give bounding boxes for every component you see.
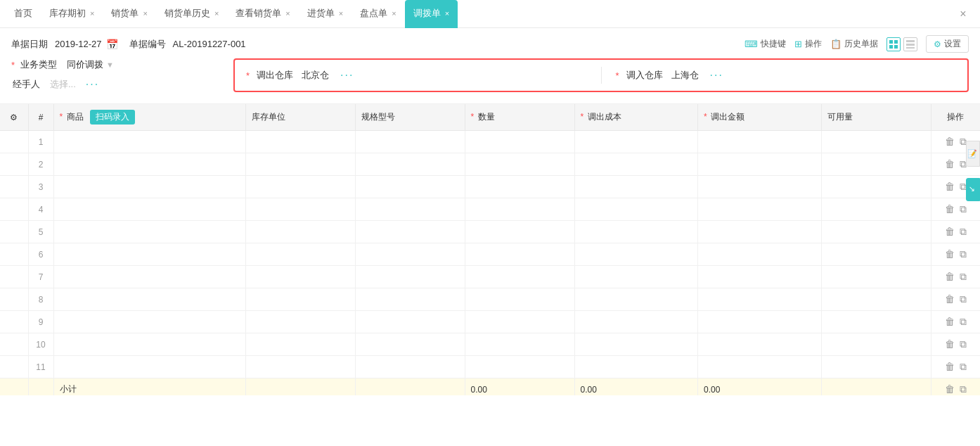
td-avail-4[interactable] [821, 198, 931, 221]
td-unit-1[interactable] [245, 131, 355, 153]
tab-sales-history[interactable]: 销货单历史 × [156, 0, 227, 28]
td-unit-5[interactable] [245, 221, 355, 243]
delete-icon-6[interactable]: 🗑 [945, 248, 955, 260]
td-amount-7[interactable] [698, 266, 822, 288]
td-qty-7[interactable] [465, 266, 574, 288]
person-select[interactable]: 选择... [50, 78, 76, 91]
td-avail-8[interactable] [821, 288, 931, 311]
delete-icon-7[interactable]: 🗑 [945, 271, 955, 282]
td-amount-6[interactable] [698, 243, 822, 266]
td-unit-11[interactable] [245, 356, 355, 378]
td-avail-1[interactable] [821, 131, 931, 153]
td-product-7[interactable] [53, 266, 245, 288]
td-unit-4[interactable] [245, 198, 355, 221]
delete-icon-5[interactable]: 🗑 [945, 226, 955, 237]
td-product-5[interactable] [53, 221, 245, 243]
td-product-9[interactable] [53, 311, 245, 333]
td-cost-5[interactable] [574, 221, 698, 243]
delete-icon-4[interactable]: 🗑 [945, 203, 955, 215]
td-product-11[interactable] [53, 356, 245, 378]
td-amount-2[interactable] [698, 153, 822, 176]
layout-icon-1[interactable] [886, 37, 901, 51]
td-avail-3[interactable] [821, 176, 931, 198]
td-unit-9[interactable] [245, 311, 355, 333]
tab-sales-order-close[interactable]: × [143, 9, 147, 18]
history-btn[interactable]: 📋 历史单据 [830, 38, 878, 50]
td-cost-10[interactable] [574, 333, 698, 356]
td-spec-8[interactable] [355, 288, 465, 311]
td-spec-10[interactable] [355, 333, 465, 356]
business-type-select[interactable]: 同价调拨 ▼ [61, 58, 146, 71]
delete-icon-8[interactable]: 🗑 [945, 293, 955, 305]
td-amount-3[interactable] [698, 176, 822, 198]
td-amount-5[interactable] [698, 221, 822, 243]
tab-transfer[interactable]: 调拨单 × [405, 0, 458, 28]
td-cost-11[interactable] [574, 356, 698, 378]
th-settings[interactable]: ⚙ [0, 104, 28, 131]
side-expand-btn[interactable]: ↗ [966, 178, 980, 201]
tab-inventory[interactable]: 盘点单 × [352, 0, 404, 28]
tab-purchase[interactable]: 进货单 × [299, 0, 352, 28]
td-qty-8[interactable] [465, 288, 574, 311]
td-amount-9[interactable] [698, 311, 822, 333]
td-product-1[interactable] [53, 131, 245, 153]
td-cost-3[interactable] [574, 176, 698, 198]
td-cost-8[interactable] [574, 288, 698, 311]
td-qty-3[interactable] [465, 176, 574, 198]
td-spec-6[interactable] [355, 243, 465, 266]
layout-icon-2[interactable] [903, 37, 917, 51]
td-amount-1[interactable] [698, 131, 822, 153]
subtotal-delete-icon[interactable]: 🗑 [945, 383, 955, 395]
td-qty-2[interactable] [465, 153, 574, 176]
tab-stock-init-close[interactable]: × [90, 9, 94, 18]
td-qty-4[interactable] [465, 198, 574, 221]
td-spec-1[interactable] [355, 131, 465, 153]
td-unit-3[interactable] [245, 176, 355, 198]
td-spec-4[interactable] [355, 198, 465, 221]
tab-sales-order[interactable]: 销货单 × [103, 0, 155, 28]
td-unit-8[interactable] [245, 288, 355, 311]
td-unit-6[interactable] [245, 243, 355, 266]
out-warehouse-more[interactable]: ··· [340, 69, 354, 82]
calendar-icon[interactable]: 📅 [106, 39, 118, 50]
td-cost-1[interactable] [574, 131, 698, 153]
out-warehouse-value[interactable]: 北京仓 [302, 69, 329, 82]
td-qty-9[interactable] [465, 311, 574, 333]
td-cost-6[interactable] [574, 243, 698, 266]
td-cost-4[interactable] [574, 198, 698, 221]
td-avail-7[interactable] [821, 266, 931, 288]
operation-btn[interactable]: ⊞ 操作 [794, 38, 822, 50]
tab-inventory-close[interactable]: × [392, 9, 396, 18]
td-cost-7[interactable] [574, 266, 698, 288]
td-product-8[interactable] [53, 288, 245, 311]
delete-icon-2[interactable]: 🗑 [945, 158, 955, 170]
tab-sales-history-close[interactable]: × [214, 9, 219, 18]
td-spec-5[interactable] [355, 221, 465, 243]
tab-view-sales-close[interactable]: × [285, 9, 290, 18]
delete-icon-11[interactable]: 🗑 [945, 361, 955, 372]
delete-icon-10[interactable]: 🗑 [945, 338, 955, 350]
in-warehouse-value[interactable]: 上海仓 [671, 69, 699, 82]
tab-stock-init[interactable]: 库存期初 × [41, 0, 103, 28]
td-unit-2[interactable] [245, 153, 355, 176]
tab-home[interactable]: 首页 [6, 0, 41, 28]
td-avail-11[interactable] [821, 356, 931, 378]
shortcut-btn[interactable]: ⌨ 快捷键 [744, 38, 786, 50]
td-spec-9[interactable] [355, 311, 465, 333]
td-unit-7[interactable] [245, 266, 355, 288]
td-avail-10[interactable] [821, 333, 931, 356]
td-product-4[interactable] [53, 198, 245, 221]
settings-button[interactable]: ⚙ 设置 [926, 35, 969, 53]
td-unit-10[interactable] [245, 333, 355, 356]
td-cost-2[interactable] [574, 153, 698, 176]
td-amount-10[interactable] [698, 333, 822, 356]
tab-purchase-close[interactable]: × [339, 9, 343, 18]
td-avail-5[interactable] [821, 221, 931, 243]
td-spec-7[interactable] [355, 266, 465, 288]
td-spec-3[interactable] [355, 176, 465, 198]
td-cost-9[interactable] [574, 311, 698, 333]
td-amount-11[interactable] [698, 356, 822, 378]
person-more-icon[interactable]: ··· [86, 78, 99, 91]
td-amount-8[interactable] [698, 288, 822, 311]
side-notes-btn[interactable]: 📝 [966, 141, 980, 167]
